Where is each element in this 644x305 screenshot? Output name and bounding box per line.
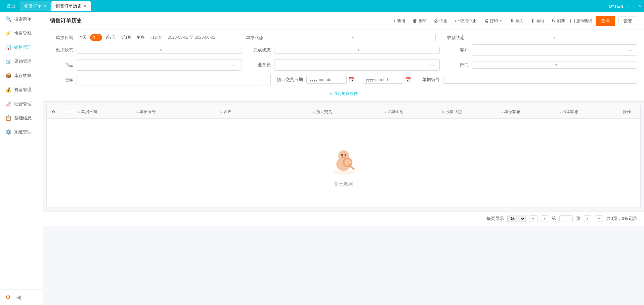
- page-size-label: 每页显示: [486, 216, 504, 222]
- customer-dots-icon[interactable]: ···: [625, 46, 634, 54]
- date-tag-1month[interactable]: 近1月: [119, 34, 134, 41]
- th-operation: 操作: [613, 109, 640, 115]
- sidebar-item-inventory[interactable]: 📦 库存核算: [0, 69, 43, 83]
- restore-icon[interactable]: □: [633, 4, 635, 8]
- sidebar-item-search-menu-label: 搜索菜单: [14, 16, 32, 22]
- tab-home[interactable]: 首页: [3, 1, 19, 11]
- th-out-status[interactable]: ⇅ 出库状态: [555, 109, 613, 115]
- add-icon: +: [393, 18, 396, 24]
- th-bill-status[interactable]: ⇅ 单据状态: [497, 109, 555, 115]
- query-button[interactable]: 查询: [596, 16, 615, 26]
- date-tag-custom[interactable]: 自定义: [148, 34, 164, 41]
- export-icon: ⬆: [531, 18, 535, 24]
- warehouse-dots-icon[interactable]: ···: [259, 76, 268, 84]
- sidebar-item-sales-mgmt[interactable]: 📊 销售管理: [0, 40, 43, 54]
- table-select-all-checkbox[interactable]: [65, 110, 69, 114]
- delivery-date-end-input[interactable]: [363, 76, 403, 84]
- collapse-label: 收起更多条件: [334, 91, 358, 97]
- date-tags: 昨天 今天 近7天 近1月 更多 自定义: [77, 34, 164, 41]
- th-delivery-label: 预计交货...: [316, 109, 336, 115]
- display-toggle-checkbox[interactable]: [570, 19, 575, 23]
- stop-button[interactable]: ⊘ 中止: [432, 17, 449, 25]
- print-label: 打印: [490, 18, 498, 24]
- th-settings[interactable]: ⚙: [47, 110, 60, 114]
- dept-select[interactable]: ▼: [472, 62, 637, 69]
- delete-button[interactable]: 🗑 删除: [411, 17, 429, 25]
- sidebar-item-sys-mgmt-label: 系统管理: [14, 129, 32, 135]
- page-title: 销售订单历史: [50, 17, 82, 25]
- refresh-button[interactable]: ↻ 刷新: [550, 17, 567, 25]
- receipt-status-select[interactable]: ▼: [468, 34, 637, 41]
- tab-sales-order-history-label: 销售订单历史: [55, 3, 82, 9]
- date-tag-more[interactable]: 更多: [135, 34, 147, 41]
- table-settings-icon[interactable]: ⚙: [52, 110, 55, 114]
- sidebar-item-purchase-mgmt[interactable]: 🛒 采购管理: [0, 54, 43, 69]
- bill-number-input[interactable]: [443, 76, 637, 84]
- tab-sales-order[interactable]: 销售订单 ✕: [20, 1, 51, 11]
- tab-sales-order-history-close[interactable]: ✕: [84, 4, 87, 8]
- add-label: 新增: [397, 18, 405, 24]
- th-receipt-status[interactable]: ⇅ 收款状态: [438, 109, 497, 115]
- sidebar-item-finance[interactable]: 💰 资金管理: [0, 83, 43, 97]
- delivery-date-start-calendar-icon[interactable]: 📅: [349, 77, 354, 82]
- collapse-sidebar-icon[interactable]: ◀: [16, 294, 21, 301]
- cancel-stop-label: 取消中止: [460, 18, 476, 24]
- salesperson-dots-icon[interactable]: ···: [428, 61, 437, 69]
- current-page-input[interactable]: 1: [559, 215, 573, 222]
- sales-mgmt-icon: 📊: [5, 44, 11, 50]
- top-bar: 首页 销售订单 ✕ 销售订单历史 ✕ OfTEn — □ ✕: [0, 0, 644, 12]
- minimize-icon[interactable]: —: [626, 4, 630, 8]
- delivery-date-end-calendar-icon[interactable]: 📅: [405, 77, 411, 82]
- date-tag-yesterday[interactable]: 昨天: [77, 34, 89, 41]
- th-bill-status-label: 单据状态: [504, 109, 520, 115]
- tab-sales-order-history[interactable]: 销售订单历史 ✕: [51, 1, 91, 11]
- goods-dots-icon[interactable]: ···: [230, 61, 239, 69]
- sidebar-item-inventory-label: 库存核算: [14, 73, 32, 79]
- date-tag-today[interactable]: 今天: [90, 34, 102, 41]
- out-status-select[interactable]: ▼: [77, 47, 242, 54]
- date-tag-7days[interactable]: 近7天: [103, 34, 118, 41]
- sidebar-item-search-menu[interactable]: 🔍 搜索菜单: [0, 12, 43, 26]
- delivery-date-start-input[interactable]: [306, 76, 347, 84]
- import-label: 导入: [515, 18, 523, 24]
- complete-status-select[interactable]: ▼: [274, 47, 439, 54]
- sidebar-item-operations[interactable]: 📈 经营管理: [0, 97, 43, 111]
- sidebar-item-basic-info[interactable]: 📋 基础信息: [0, 111, 43, 125]
- top-bar-right: OfTEn — □ ✕: [609, 4, 641, 9]
- next-page-button[interactable]: ›: [584, 215, 591, 222]
- th-amount[interactable]: ⇅ 订单金额: [380, 109, 438, 115]
- th-date[interactable]: ⇅ 单据日期: [74, 109, 132, 115]
- last-page-button[interactable]: »: [595, 215, 603, 222]
- prev-page-button[interactable]: ‹: [541, 215, 548, 222]
- th-number[interactable]: ⇅ 单据编号: [132, 109, 216, 115]
- th-checkbox[interactable]: [60, 110, 74, 114]
- settings-bottom-icon[interactable]: ⚙: [5, 294, 11, 301]
- delivery-date-label: 预计交货日期: [276, 77, 306, 83]
- th-delivery[interactable]: ⇅ 预计交货...: [309, 109, 380, 115]
- settings-button[interactable]: 设置: [618, 16, 637, 26]
- tab-sales-order-close[interactable]: ✕: [44, 4, 47, 8]
- total-records-label: 共0页，0条记录: [606, 216, 637, 222]
- page-size-select[interactable]: 50 10 20 100: [507, 215, 526, 222]
- search-menu-icon: 🔍: [5, 16, 11, 22]
- complete-status-arrow-icon: ▼: [357, 48, 437, 52]
- add-button[interactable]: + 新增: [391, 17, 407, 25]
- svg-point-2: [338, 150, 349, 161]
- print-button[interactable]: 🖨 打印 ▼: [482, 17, 505, 25]
- table-header: ⚙ ⇅ 单据日期 ⇅ 单据编号 ⇅ 客户 ⇅: [47, 105, 640, 119]
- th-customer[interactable]: ⇅ 客户: [216, 109, 309, 115]
- display-toggle-label: 显示明细: [576, 18, 592, 24]
- content-area: 销售订单历史 + 新增 🗑 删除 ⊘ 中止 ↩ 取消中止: [43, 12, 644, 305]
- cancel-stop-button[interactable]: ↩ 取消中止: [453, 17, 478, 25]
- bill-status-select[interactable]: ▼: [267, 34, 436, 41]
- export-button[interactable]: ⬆ 导出: [529, 17, 546, 25]
- collapse-row[interactable]: ∧ 收起更多条件: [50, 89, 637, 97]
- sidebar-item-quick-nav[interactable]: ⚡ 快捷导航: [0, 26, 43, 40]
- import-icon: ⬇: [510, 18, 514, 24]
- first-page-button[interactable]: «: [529, 215, 538, 222]
- sidebar-item-sys-mgmt[interactable]: ⚙️ 系统管理: [0, 125, 43, 139]
- import-button[interactable]: ⬇ 导入: [508, 17, 525, 25]
- close-window-icon[interactable]: ✕: [638, 4, 641, 8]
- filter-row-1: 单据日期 昨天 今天 近7天 近1月 更多 自定义 2023-06-02 至 2…: [50, 34, 637, 41]
- th-out-sort-icon: ⇅: [558, 110, 561, 114]
